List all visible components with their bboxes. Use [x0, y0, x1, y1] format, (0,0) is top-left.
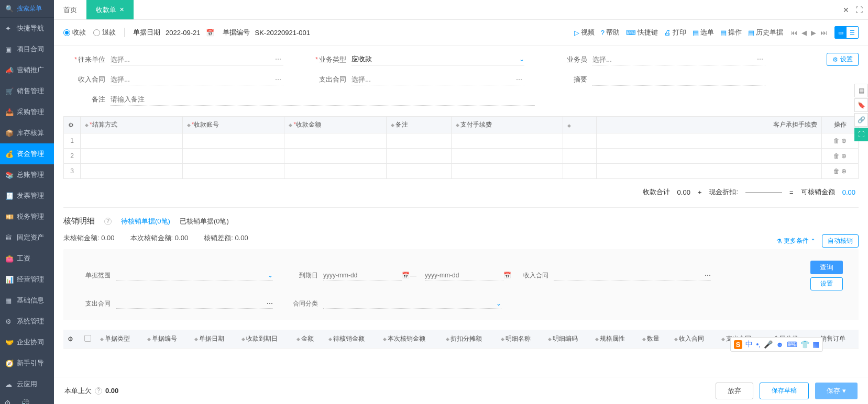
- remark-input[interactable]: [111, 93, 535, 106]
- column-header[interactable]: ◆数量: [638, 330, 669, 349]
- filter-setting-button[interactable]: 设置: [810, 277, 843, 290]
- due-to[interactable]: 📅: [425, 271, 503, 280]
- table-row[interactable]: 1🗑 ⊕: [64, 133, 859, 149]
- close-icon[interactable]: ✕: [119, 6, 124, 13]
- sogou-icon[interactable]: S: [734, 340, 743, 349]
- delete-icon[interactable]: 🗑: [833, 137, 840, 144]
- volume-icon[interactable]: 🔊: [20, 399, 29, 404]
- ime-keyboard-icon[interactable]: ⌨: [787, 340, 797, 349]
- summary-input[interactable]: [592, 73, 765, 86]
- column-header[interactable]: ◆单据类型: [96, 330, 143, 349]
- delete-icon[interactable]: 🗑: [833, 152, 840, 160]
- column-header[interactable]: ◆本次核销金额: [379, 330, 442, 349]
- unit-picker[interactable]: ⋯: [111, 54, 283, 65]
- link-hotkey[interactable]: ⌨快捷键: [626, 28, 658, 37]
- chevron-down-icon[interactable]: ⌄: [496, 300, 501, 307]
- delete-icon[interactable]: 🗑: [833, 167, 840, 175]
- filter-expense[interactable]: ⋯: [116, 299, 273, 309]
- fullscreen-icon[interactable]: ⛶: [855, 6, 863, 14]
- due-from[interactable]: 📅: [323, 271, 402, 280]
- discard-button[interactable]: 放弃: [716, 383, 753, 399]
- view-form-icon[interactable]: ▭: [835, 27, 847, 38]
- radio-receive[interactable]: 收款: [63, 28, 86, 37]
- tab-done[interactable]: 已核销单据(0笔): [180, 217, 229, 226]
- tab-receipt[interactable]: 收款单✕: [86, 0, 134, 19]
- ime-lang[interactable]: 中: [745, 340, 753, 349]
- biztype-select[interactable]: ⌄: [351, 54, 524, 65]
- link-operate[interactable]: ▤操作: [720, 28, 742, 37]
- dots-icon[interactable]: ⋯: [267, 300, 273, 307]
- calendar-icon[interactable]: 📅: [503, 272, 511, 279]
- more-conditions[interactable]: ⚗更多条件⌃: [776, 237, 816, 245]
- column-header[interactable]: ◆收款到期日: [237, 330, 292, 349]
- column-header[interactable]: ◆单据日期: [190, 330, 237, 349]
- link-history[interactable]: ▤历史单据: [748, 28, 783, 37]
- settings-icon[interactable]: ⚙: [4, 399, 11, 404]
- add-icon[interactable]: ⊕: [841, 167, 847, 175]
- column-header[interactable]: ◆折扣分摊额: [442, 330, 497, 349]
- chevron-down-icon[interactable]: ⌄: [519, 55, 524, 63]
- income-contract-picker[interactable]: ⋯: [111, 74, 283, 85]
- column-header[interactable]: ◆收入合同: [670, 330, 717, 349]
- sidebar-item[interactable]: ▣项目合同: [0, 39, 54, 60]
- link-select[interactable]: ▤选单: [693, 28, 714, 37]
- radio-refund[interactable]: 退款: [93, 28, 116, 37]
- sidebar-item[interactable]: 🧾发票管理: [0, 185, 54, 206]
- sales-picker[interactable]: ⋯: [592, 54, 765, 65]
- table-row[interactable]: 3🗑 ⊕: [64, 164, 859, 179]
- table-row[interactable]: 2🗑 ⊕: [64, 149, 859, 164]
- column-header[interactable]: ◆明细名称: [497, 330, 544, 349]
- sidebar-item[interactable]: 📊经营管理: [0, 269, 54, 290]
- column-header[interactable]: ◆规格属性: [591, 330, 638, 349]
- query-button[interactable]: 查询: [810, 261, 843, 274]
- sidebar-item[interactable]: ☁云应用: [0, 374, 54, 395]
- auto-verify-button[interactable]: 自动核销: [822, 234, 859, 248]
- sidebar-item[interactable]: 🤝企业协同: [0, 332, 54, 353]
- column-header[interactable]: ◆待核销金额: [324, 330, 379, 349]
- tab-close-icon[interactable]: ✕: [843, 6, 849, 14]
- gear-icon[interactable]: ⚙: [68, 121, 74, 129]
- column-header[interactable]: ◆明细编码: [544, 330, 591, 349]
- sidebar-item[interactable]: 📣营销推广: [0, 60, 54, 81]
- ime-voice-icon[interactable]: 🎤: [764, 340, 773, 349]
- filter-income[interactable]: ⋯: [554, 271, 711, 280]
- sidebar-item[interactable]: 💰资金管理: [0, 143, 54, 164]
- gear-icon[interactable]: ⚙: [68, 335, 73, 343]
- link-print[interactable]: 🖨打印: [664, 28, 686, 37]
- sidebar-item[interactable]: 🏛固定资产: [0, 227, 54, 248]
- sidebar-item[interactable]: 👛工资: [0, 248, 54, 269]
- sidebar-item[interactable]: ▦基础信息: [0, 290, 54, 311]
- dots-icon[interactable]: ⋯: [514, 76, 524, 83]
- sidebar-item[interactable]: 📚总账管理: [0, 164, 54, 185]
- sidebar-item[interactable]: 💴税务管理: [0, 206, 54, 227]
- add-icon[interactable]: ⊕: [841, 152, 847, 160]
- column-header[interactable]: ◆金额: [292, 330, 324, 349]
- view-list-icon[interactable]: ☰: [847, 27, 858, 38]
- add-icon[interactable]: ⊕: [841, 137, 847, 144]
- tab-home[interactable]: 首页: [54, 0, 86, 19]
- nav-prev-icon[interactable]: ◀: [800, 29, 808, 37]
- note-icon[interactable]: ▤: [854, 84, 868, 97]
- chevron-down-icon[interactable]: ⌄: [268, 272, 273, 279]
- expand-icon[interactable]: ⛶: [854, 128, 868, 141]
- bookmark-icon[interactable]: 🔖: [854, 98, 868, 112]
- calendar-icon[interactable]: 📅: [206, 29, 214, 37]
- ime-punct-icon[interactable]: •,: [756, 340, 761, 349]
- column-header[interactable]: ◆单据编号: [143, 330, 190, 349]
- filter-cat[interactable]: ⌄: [323, 299, 501, 309]
- dots-icon[interactable]: ⋯: [705, 272, 711, 279]
- dots-icon[interactable]: ⋯: [755, 55, 765, 63]
- info-icon[interactable]: ?: [104, 218, 112, 225]
- link-video[interactable]: ▷视频: [574, 28, 595, 37]
- sidebar-item[interactable]: ⚙系统管理: [0, 311, 54, 332]
- sidebar-item[interactable]: ✦快捷导航: [0, 18, 54, 39]
- doc-date[interactable]: 2022-09-21: [166, 29, 201, 37]
- sidebar-search[interactable]: 🔍 搜索菜单: [0, 0, 54, 18]
- ime-emoji-icon[interactable]: ☻: [776, 340, 784, 349]
- ime-grid-icon[interactable]: ▦: [812, 340, 819, 349]
- tab-pending[interactable]: 待核销单据(0笔): [121, 217, 170, 226]
- dots-icon[interactable]: ⋯: [273, 55, 283, 63]
- setting-button[interactable]: ⚙设置: [827, 53, 859, 66]
- nav-last-icon[interactable]: ⏭: [819, 29, 828, 37]
- discount-input[interactable]: [745, 192, 782, 193]
